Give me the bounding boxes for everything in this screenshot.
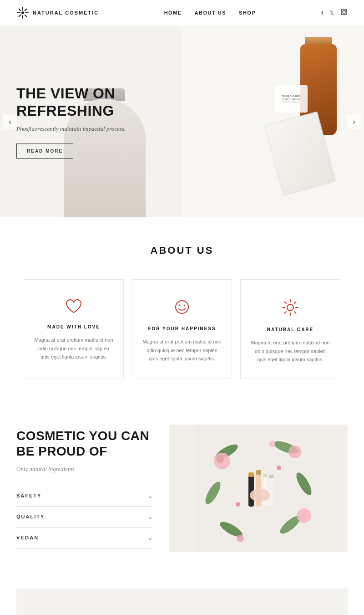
hero-text-block: THE VIEW ONREFRESHING Phosfluorescently …	[16, 85, 126, 159]
card-happiness-title: FOR YOUR HAPPINESS	[142, 326, 222, 331]
svg-rect-44	[269, 475, 273, 478]
accordion-safety[interactable]: SAFETY ⌄	[16, 486, 153, 507]
svg-point-14	[184, 305, 185, 306]
svg-line-7	[25, 9, 27, 11]
about-section: ABOUT US MADE WITH LOVE Magna at erat pr…	[0, 217, 364, 397]
svg-point-10	[343, 10, 345, 13]
nav-about[interactable]: ABOUT US	[195, 10, 226, 15]
bottle-label: I'M FABULOUS ST BARTH BODY OIL Huile Pou…	[275, 85, 308, 113]
accordion-quality-label: QUALITY	[16, 514, 45, 519]
svg-point-36	[269, 441, 275, 447]
nav-social: f 𝕏	[321, 8, 348, 17]
about-title: ABOUT US	[16, 245, 348, 256]
things-section: 8 THINGS YOU MUST KNOWABOUT COSMETIC GET…	[16, 589, 348, 615]
svg-line-6	[25, 15, 27, 17]
twitter-icon[interactable]: 𝕏	[329, 10, 334, 16]
sun-icon	[250, 298, 331, 319]
hero-next-button[interactable]: ›	[347, 114, 361, 129]
logo-text: NATURAL COSMETIC	[33, 10, 99, 15]
hero-right-bg: I'M FABULOUS ST BARTH BODY OIL Huile Pou…	[182, 26, 364, 217]
instagram-icon[interactable]	[340, 8, 348, 17]
svg-point-33	[288, 446, 301, 458]
svg-point-47	[236, 502, 240, 507]
nav-shop[interactable]: SHOP	[239, 10, 256, 15]
card-love-text: Magna at erat pretium mattis id non odio…	[33, 336, 114, 361]
card-happiness: FOR YOUR HAPPINESS Magna at erat pretium…	[132, 279, 232, 379]
svg-point-12	[176, 301, 188, 313]
navigation: NATURAL COSMETIC HOME ABOUT US SHOP f 𝕏	[0, 0, 364, 26]
accordion-vegan[interactable]: VEGAN ⌄	[16, 528, 153, 548]
svg-rect-9	[341, 9, 347, 15]
svg-point-35	[237, 535, 244, 542]
hero-prev-button[interactable]: ‹	[3, 114, 17, 129]
card-love-title: MADE WITH LOVE	[33, 324, 114, 329]
nav-links: HOME ABOUT US SHOP	[164, 10, 256, 15]
svg-rect-38	[248, 472, 254, 477]
svg-line-5	[19, 9, 21, 11]
accordion-vegan-arrow: ⌄	[147, 534, 153, 542]
cosmetics-arrangement-svg	[169, 425, 348, 552]
proud-heading: COSMETIC YOU CAN BE PROUD OF	[16, 428, 153, 459]
card-care-text: Magna at erat pretium mattis id non odio…	[250, 338, 331, 364]
proud-left: COSMETIC YOU CAN BE PROUD OF Only natura…	[16, 428, 153, 548]
hero-subtitle: Phosfluorescently maintain impactful pro…	[16, 125, 126, 133]
svg-line-22	[294, 302, 296, 304]
hero-section: I'M FABULOUS ST BARTH BODY OIL Huile Pou…	[0, 26, 364, 217]
accordion-quality-arrow: ⌄	[147, 513, 153, 521]
svg-point-34	[297, 508, 311, 523]
card-love: MADE WITH LOVE Magna at erat pretium mat…	[24, 279, 124, 379]
svg-line-20	[285, 302, 287, 304]
svg-line-21	[294, 312, 296, 313]
logo-icon	[16, 6, 29, 19]
svg-point-11	[345, 10, 346, 11]
svg-point-0	[21, 11, 24, 14]
accordion-quality[interactable]: QUALITY ⌄	[16, 507, 153, 528]
svg-point-32	[217, 456, 224, 463]
accordion-safety-label: SAFETY	[16, 493, 41, 498]
svg-rect-43	[269, 477, 273, 505]
svg-point-45	[250, 489, 270, 502]
nav-home[interactable]: HOME	[164, 10, 182, 15]
smiley-icon	[142, 298, 222, 318]
accordion-vegan-label: VEGAN	[16, 535, 39, 540]
hero-title: THE VIEW ONREFRESHING	[16, 85, 126, 120]
card-care-title: NATURAL CARE	[250, 327, 331, 332]
svg-point-15	[287, 304, 293, 311]
svg-line-23	[285, 312, 287, 313]
svg-rect-40	[256, 470, 261, 475]
card-happiness-text: Magna at erat pretium mattis id non odio…	[142, 338, 222, 363]
proud-subtitle: Only natural ingredients	[16, 466, 153, 473]
heart-icon	[33, 298, 114, 316]
card-care: NATURAL CARE Magna at erat pretium matti…	[240, 279, 340, 379]
read-more-button[interactable]: READ MORE	[16, 144, 73, 159]
cards-row: MADE WITH LOVE Magna at erat pretium mat…	[16, 279, 348, 379]
accordion-safety-arrow: ⌄	[147, 492, 153, 500]
facebook-icon[interactable]: f	[321, 10, 323, 16]
proud-section: COSMETIC YOU CAN BE PROUD OF Only natura…	[0, 397, 364, 579]
svg-point-46	[277, 466, 281, 470]
svg-point-13	[179, 305, 181, 306]
proud-image	[169, 425, 348, 552]
logo[interactable]: NATURAL COSMETIC	[16, 6, 99, 19]
svg-line-8	[19, 15, 21, 17]
svg-rect-42	[263, 474, 268, 477]
